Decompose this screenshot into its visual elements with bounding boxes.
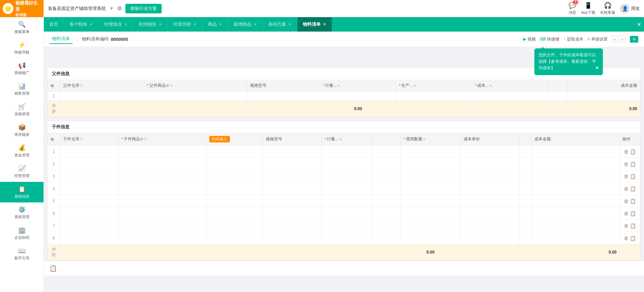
child-spec-cell[interactable] (263, 170, 322, 183)
sidebar-item-basic_info[interactable]: 📋基础信息 (0, 182, 44, 202)
child-unit-cell[interactable] (322, 195, 371, 207)
trial-btn[interactable]: 体验行业方案 (125, 4, 162, 13)
child-unit-cell[interactable] (322, 207, 371, 220)
navtab-profit[interactable]: 利润报告✕ (133, 17, 168, 32)
child-goods-cell[interactable] (119, 207, 207, 220)
child-warehouse-cell[interactable] (60, 158, 119, 170)
view-toggle[interactable]: ≡ (630, 36, 639, 43)
copy-icon[interactable]: 📋 (630, 198, 636, 204)
child-qty-cell[interactable] (400, 145, 460, 158)
copy-icon[interactable]: 📋 (630, 235, 636, 241)
action-settings[interactable]: ≡ 单据设置 (587, 36, 608, 42)
child-warehouse-cell[interactable] (60, 195, 119, 207)
child-unit-cost-cell[interactable] (460, 145, 519, 158)
delete-icon[interactable]: 🗑 (624, 149, 629, 154)
prev-btn[interactable]: ‹ (612, 36, 618, 43)
th-child-settings[interactable]: ⚙ (48, 133, 60, 145)
child-warehouse-cell[interactable] (60, 145, 119, 158)
child-warehouse-cell[interactable] (60, 232, 119, 244)
parent-cost-cell[interactable] (472, 92, 548, 101)
action-cost[interactable]: ↑ 提取成本 (564, 36, 583, 42)
page-tab-bom[interactable]: 物料清单 (49, 34, 73, 44)
action-view[interactable]: ▶ 视频 (523, 36, 536, 42)
navtab-close-goods[interactable]: ✕ (219, 22, 222, 27)
topbar-dropdown-icon[interactable]: ▼ (109, 6, 114, 11)
scan-btn[interactable]: 扫码录入 (209, 136, 230, 142)
child-qty-cell[interactable] (400, 232, 460, 244)
child-unit-cell[interactable] (322, 170, 371, 183)
navtab-bom[interactable]: 物料清单✕ (297, 17, 332, 32)
user-btn[interactable]: 👤 用友 (620, 4, 640, 13)
child-unit-cost-cell[interactable] (460, 220, 519, 232)
sidebar-item-enterprise[interactable]: 🏢企业协同 (0, 223, 44, 244)
navtab-customer[interactable]: 客户联络✕ (64, 17, 99, 32)
child-spec-cell[interactable] (263, 232, 322, 244)
child-goods-cell[interactable] (119, 158, 207, 170)
sidebar-item-search[interactable]: 🔍搜索菜单 (0, 17, 44, 38)
sidebar-item-inventory[interactable]: 📦库存核算 (0, 120, 44, 141)
navtab-history[interactable]: 经营历程✕ (168, 17, 202, 32)
message-btn[interactable]: 💬 5 消息 (569, 2, 576, 15)
th-settings[interactable]: ⚙ (48, 80, 60, 92)
delete-icon[interactable]: 🗑 (624, 235, 629, 241)
navtab-close-bom[interactable]: ✕ (323, 22, 326, 27)
child-spec-cell[interactable] (263, 183, 322, 195)
child-warehouse-cell[interactable] (60, 183, 119, 195)
child-unit-cost-cell[interactable] (460, 183, 519, 195)
child-unit-cost-cell[interactable] (460, 195, 519, 207)
child-warehouse-cell[interactable] (60, 207, 119, 220)
delete-icon[interactable]: 🗑 (624, 186, 629, 191)
child-qty-cell[interactable] (400, 170, 460, 183)
sidebar-item-purchase[interactable]: 🛒采购管理 (0, 100, 44, 120)
delete-icon[interactable]: 🗑 (624, 161, 629, 167)
child-goods-cell[interactable] (119, 145, 207, 158)
copy-icon[interactable]: 📋 (630, 174, 636, 179)
navtab-goods[interactable]: 商品✕ (202, 17, 228, 32)
parent-production-cell[interactable] (396, 92, 472, 101)
navtabs-close-all[interactable]: ✕ (634, 21, 644, 28)
navtab-close-operation[interactable]: ✕ (124, 22, 127, 27)
child-spec-cell[interactable] (263, 158, 322, 170)
child-warehouse-cell[interactable] (60, 220, 119, 232)
sidebar-item-quicknav[interactable]: ⚡快捷导航 (0, 38, 44, 58)
action-shortcut[interactable]: ⌨ 快捷键 (540, 36, 559, 42)
copy-icon[interactable]: 📋 (630, 223, 636, 229)
navtab-close-history[interactable]: ✕ (193, 22, 197, 27)
copy-icon[interactable]: 📋 (630, 186, 636, 191)
child-goods-cell[interactable] (119, 232, 207, 244)
child-spec-cell[interactable] (263, 220, 322, 232)
sidebar-item-guide[interactable]: 📖新手引导 (0, 244, 44, 264)
sidebar-item-finance[interactable]: 💰资金管理 (0, 141, 44, 161)
child-qty-cell[interactable] (400, 207, 460, 220)
child-unit-cost-cell[interactable] (460, 158, 519, 170)
child-goods-cell[interactable] (119, 195, 207, 207)
parent-unit-cell[interactable] (320, 92, 396, 101)
delete-icon[interactable]: 🗑 (624, 223, 629, 229)
parent-spec-cell[interactable] (247, 92, 320, 101)
navtab-close-new_goods[interactable]: ✕ (253, 22, 257, 27)
sidebar-item-system[interactable]: ⚙️系统管理 (0, 202, 44, 223)
navtab-barcode[interactable]: 条码方案✕ (263, 17, 297, 32)
next-btn[interactable]: › (619, 36, 626, 43)
sidebar-item-operation_mgmt[interactable]: 📈经营管理 (0, 161, 44, 182)
child-spec-cell[interactable] (263, 207, 322, 220)
parent-goods-cell[interactable] (144, 92, 247, 101)
child-unit-cost-cell[interactable] (460, 170, 519, 183)
copy-icon[interactable]: 📋 (630, 161, 636, 167)
child-unit-cell[interactable] (322, 158, 371, 170)
child-unit-cost-cell[interactable] (460, 207, 519, 220)
child-spec-cell[interactable] (263, 195, 322, 207)
delete-icon[interactable]: 🗑 (624, 211, 629, 216)
parent-warehouse-cell[interactable] (60, 92, 144, 101)
copy-icon[interactable]: 📋 (630, 211, 636, 216)
child-goods-cell[interactable] (119, 183, 207, 195)
child-warehouse-cell[interactable] (60, 170, 119, 183)
delete-icon[interactable]: 🗑 (624, 174, 629, 179)
child-qty-cell[interactable] (400, 195, 460, 207)
tooltip-close[interactable]: ✕ (595, 65, 599, 71)
copy-icon[interactable]: 📋 (630, 149, 636, 154)
topbar-gear-icon[interactable]: ⚙ (117, 5, 122, 12)
child-goods-cell[interactable] (119, 170, 207, 183)
child-qty-cell[interactable] (400, 158, 460, 170)
child-unit-cell[interactable] (322, 220, 371, 232)
